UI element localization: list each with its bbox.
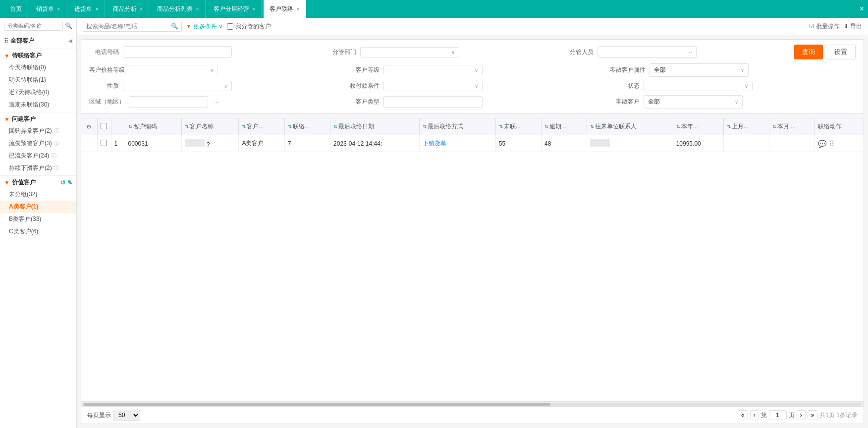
col-overdue[interactable]: ⇅逾期... [542, 118, 587, 135]
col-last-method[interactable]: ⇅最后联络方式 [419, 118, 495, 135]
sidebar-item-class-c[interactable]: C类客户(6) [0, 225, 76, 238]
close-analysis-tab[interactable]: × [140, 6, 143, 12]
sidebar-search-wrap: 🔍 [0, 18, 76, 34]
search-icon[interactable]: 🔍 [171, 23, 178, 30]
close-customer-contact-tab[interactable]: × [296, 6, 299, 12]
nav-tab-analysis[interactable]: 商品分析 × [107, 0, 149, 18]
sidebar-search-icon[interactable]: 🔍 [65, 22, 72, 29]
next-page-button[interactable]: › [797, 410, 806, 420]
sidebar-all-customers[interactable]: ⠿ 全部客户 ◀ [0, 34, 76, 48]
prev-page-button[interactable]: ‹ [750, 410, 759, 420]
settings-button[interactable]: 设置 [826, 45, 856, 59]
filter-row-3: 性质 ∨ 收付款条件 ∨ 状态 [89, 81, 856, 91]
my-customers-checkbox[interactable] [227, 23, 233, 30]
sidebar-item-tomorrow[interactable]: 明天待联络(1) [0, 74, 76, 86]
sidebar-item-7days[interactable]: 近7天待联络(0) [0, 86, 76, 99]
customer-level-select[interactable]: ∨ [383, 65, 483, 75]
help-icon4: ⓘ [54, 164, 59, 172]
page-input[interactable] [769, 410, 787, 420]
horizontal-scrollbar[interactable] [81, 401, 864, 406]
select-all-checkbox[interactable] [101, 123, 107, 129]
col-code[interactable]: ⇅客户编码 [125, 118, 182, 135]
qr-icon[interactable]: ⠿ [829, 140, 834, 148]
batch-ops-button[interactable]: ☑ 批量操作 [809, 22, 840, 31]
toolbar: 🔍 ▼ 更多条件 ∨ 我分管的客户 ☑ 批量操作 ⬇ 导出 [77, 18, 868, 35]
sidebar-item-repurchase-abnormal[interactable]: 回购异常客户(2) ⓘ [0, 125, 76, 137]
payment-select[interactable]: ∨ [383, 81, 483, 91]
chevron-down-icon: ∨ [224, 83, 227, 89]
col-settings[interactable]: ⚙ [81, 118, 97, 135]
close-purchase-tab[interactable]: × [95, 6, 98, 12]
region-dots-icon[interactable]: ··· [214, 99, 219, 106]
close-window-button[interactable]: × [860, 4, 864, 13]
chevron-down-icon: ∨ [735, 99, 738, 105]
cell-type: A类客户 [239, 135, 284, 152]
scrollbar-thumb[interactable] [83, 403, 550, 406]
col-checkbox [97, 118, 111, 135]
comment-icon[interactable]: 💬 [818, 140, 826, 148]
customer-type-input[interactable] [383, 96, 483, 108]
sidebar-item-ungrouped[interactable]: 未分组(32) [0, 188, 76, 201]
page-size-select[interactable]: 50 100 200 [113, 410, 140, 421]
sidebar-group-problem[interactable]: ▼ 问题客户 [0, 112, 76, 125]
col-last-date[interactable]: ⇅最后联络日期 [330, 118, 420, 135]
search-input[interactable] [86, 23, 171, 30]
col-last-month[interactable]: ⇅上月... [723, 118, 769, 135]
sidebar: 🔍 ⠿ 全部客户 ◀ ▼ 待联络客户 今天待联络(0) 明天待联络(1) 近7天… [0, 18, 77, 428]
nav-tab-home[interactable]: 首页 [4, 0, 28, 18]
sidebar-item-overdue[interactable]: 逾期未联络(30) [0, 99, 76, 111]
sidebar-item-class-b[interactable]: B类客户(33) [0, 213, 76, 225]
region-input[interactable] [129, 96, 208, 108]
row-checkbox[interactable] [101, 140, 107, 146]
col-contacts[interactable]: ⇅联络... [284, 118, 330, 135]
nature-select[interactable]: ∨ [123, 81, 232, 91]
sidebar-search-input[interactable] [4, 21, 63, 31]
sidebar-group-pending[interactable]: ▼ 待联络客户 [0, 49, 76, 61]
export-button[interactable]: ⬇ 导出 [844, 22, 862, 31]
col-this-year[interactable]: ⇅本年... [673, 118, 723, 135]
filter-manager: 分管人员 ··· [564, 46, 786, 58]
filter-payment: 收付款条件 ∨ [350, 81, 596, 91]
phone-input[interactable] [123, 46, 232, 58]
more-filter-button[interactable]: ▼ 更多条件 ∨ [186, 22, 223, 31]
top-navigation: 首页 销货单 × 进货单 × 商品分析 × 商品分析列表 × 客户分层经营 × … [0, 0, 868, 18]
name-placeholder [185, 139, 205, 147]
query-button[interactable]: 查询 [794, 45, 823, 59]
retail-attr-select[interactable]: 全部 ∨ [650, 63, 749, 77]
col-this-month[interactable]: ⇅本月... [769, 118, 815, 135]
refresh-icon[interactable]: ↺ [60, 179, 65, 186]
arrow-down-icon2: ▼ [4, 116, 10, 123]
sidebar-item-loss-warning[interactable]: 流失预警客户(3) ⓘ [0, 137, 76, 150]
close-sales-tab[interactable]: × [57, 6, 60, 12]
price-level-select[interactable]: ∨ [129, 65, 218, 75]
table-row: 1 000031 ? A类客户 7 2023-04-12 14:44: 下销货单 [81, 135, 864, 152]
nav-tab-customer-manage[interactable]: 客户分层经营 × [208, 0, 262, 18]
nav-tab-analysis-list[interactable]: 商品分析列表 × [151, 0, 205, 18]
search-wrap: 🔍 [83, 21, 182, 32]
sidebar-item-declining[interactable]: 持续下滑客户(2) ⓘ [0, 162, 76, 174]
sidebar-item-today[interactable]: 今天待联络(0) [0, 61, 76, 74]
sidebar-group-value[interactable]: ▼ 价值客户 ↺ ✎ [0, 175, 76, 188]
col-name[interactable]: ⇅客户名称 [182, 118, 239, 135]
retail-customer-select[interactable]: 全部 ∨ [644, 95, 743, 108]
close-customer-manage-tab[interactable]: × [252, 6, 255, 12]
department-select[interactable]: ∨ [360, 47, 459, 57]
col-type[interactable]: ⇅客户... [239, 118, 284, 135]
nav-tab-sales[interactable]: 销货单 × [30, 0, 66, 18]
first-page-button[interactable]: « [738, 410, 748, 420]
edit-icon[interactable]: ✎ [67, 179, 72, 186]
col-company-contacts[interactable]: ⇅往来单位联系人 [587, 118, 673, 135]
nav-tab-customer-contact[interactable]: 客户联络 × [264, 0, 306, 18]
sidebar-item-class-a[interactable]: A类客户(1) [0, 201, 76, 213]
nav-tab-purchase[interactable]: 进货单 × [68, 0, 105, 18]
arrow-down-icon: ▼ [4, 53, 10, 59]
manager-select[interactable]: ··· [597, 46, 697, 58]
dots-icon[interactable]: ··· [687, 49, 692, 55]
last-method-link[interactable]: 下销货单 [423, 140, 446, 147]
status-select[interactable]: ∨ [644, 81, 753, 91]
last-page-button[interactable]: » [808, 410, 818, 420]
close-analysis-list-tab[interactable]: × [196, 6, 199, 12]
cell-name: ? [182, 135, 239, 152]
sidebar-item-lost[interactable]: 已流失客户(24) ⓘ [0, 150, 76, 162]
col-no-contact[interactable]: ⇅未联... [495, 118, 541, 135]
